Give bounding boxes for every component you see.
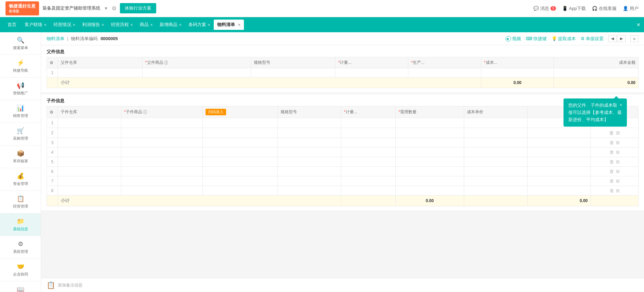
child-row1-unit-cost[interactable]: [464, 118, 527, 128]
extract-cost-btn[interactable]: 💡 提取成本: [552, 36, 576, 42]
system-dropdown-icon[interactable]: ▼: [104, 6, 108, 11]
close-all-tabs[interactable]: ✕: [633, 17, 644, 32]
sidebar-item-marketing[interactable]: 📢 营销推广: [0, 78, 41, 100]
sidebar-item-quicknav[interactable]: ⚡ 快捷导航: [0, 55, 41, 78]
child-row5-amount[interactable]: [527, 157, 591, 167]
delete-row3-btn[interactable]: 🗑: [609, 140, 614, 145]
child-row3-amount[interactable]: [527, 138, 591, 148]
copy-row4-btn[interactable]: ⊞: [616, 150, 620, 155]
child-row7-unit[interactable]: [341, 176, 396, 186]
tab-product-close[interactable]: ✕: [150, 23, 153, 27]
child-row3-qty[interactable]: [396, 138, 464, 148]
child-row5-unit-cost[interactable]: [464, 157, 527, 167]
child-row2-spec[interactable]: [277, 128, 341, 138]
tab-product[interactable]: 商品 ✕: [136, 20, 156, 30]
child-row1-qty[interactable]: [396, 118, 464, 128]
delete-row8-btn[interactable]: 🗑: [609, 188, 614, 193]
delete-row2-btn[interactable]: 🗑: [609, 130, 614, 136]
tooltip-close-btn[interactable]: ×: [620, 102, 622, 108]
tab-bom[interactable]: 物料清单 ✕: [214, 20, 244, 30]
child-row6-spec[interactable]: [277, 167, 341, 176]
child-row2-unit[interactable]: [341, 128, 396, 138]
tab-operations-close[interactable]: ✕: [73, 23, 75, 27]
shortcut-btn[interactable]: ⌨ 快捷键: [526, 36, 547, 42]
child-row5-warehouse[interactable]: [58, 157, 121, 167]
child-row4-unit-cost[interactable]: [464, 148, 527, 157]
copy-row3-btn[interactable]: ⊞: [616, 140, 620, 145]
user-btn[interactable]: 👤 用户: [623, 5, 639, 12]
child-row2-unit-cost[interactable]: [464, 128, 527, 138]
tab-history[interactable]: 经营历程 ✕: [108, 20, 136, 30]
sidebar-item-sales[interactable]: 📊 销售管理: [0, 100, 41, 123]
parent-col-settings[interactable]: ⚙: [47, 57, 58, 68]
child-row8-unit-cost[interactable]: [464, 186, 527, 196]
tab-customer-close[interactable]: ✕: [44, 23, 47, 27]
child-row2-product[interactable]: [121, 128, 202, 138]
child-row8-scan[interactable]: [202, 186, 277, 196]
bottom-icon[interactable]: 📋: [47, 281, 55, 289]
child-row5-product[interactable]: [121, 157, 202, 167]
child-row8-spec[interactable]: [277, 186, 341, 196]
child-row6-warehouse[interactable]: [58, 167, 121, 176]
child-row8-qty[interactable]: [396, 186, 464, 196]
sidebar-item-search[interactable]: 🔍 搜索菜单: [0, 32, 41, 55]
child-row6-scan[interactable]: [202, 167, 277, 176]
tab-new-product[interactable]: 新增商品 ✕: [156, 20, 185, 30]
child-row8-unit[interactable]: [341, 186, 396, 196]
child-row7-scan[interactable]: [202, 176, 277, 186]
child-row6-amount[interactable]: [527, 167, 591, 176]
tab-customer[interactable]: 客户联络 ✕: [21, 20, 50, 30]
prev-btn[interactable]: ◀: [608, 35, 617, 42]
child-row3-unit-cost[interactable]: [464, 138, 527, 148]
child-row6-product[interactable]: [121, 167, 202, 176]
child-row3-spec[interactable]: [277, 138, 341, 148]
tab-bom-close[interactable]: ✕: [238, 23, 240, 27]
child-row4-product[interactable]: [121, 148, 202, 157]
parent-row1-amount[interactable]: [554, 68, 639, 78]
child-row4-qty[interactable]: [396, 148, 464, 157]
child-row7-unit-cost[interactable]: [464, 176, 527, 186]
sidebar-item-purchase[interactable]: 🛒 采购管理: [0, 123, 41, 145]
child-row4-scan[interactable]: [202, 148, 277, 157]
tab-history-close[interactable]: ✕: [130, 23, 133, 27]
copy-row6-btn[interactable]: ⊞: [616, 169, 620, 174]
child-col-scan[interactable]: 扫码录入: [202, 106, 277, 118]
child-row5-qty[interactable]: [396, 157, 464, 167]
child-row1-warehouse[interactable]: [58, 118, 121, 128]
child-row6-unit-cost[interactable]: [464, 167, 527, 176]
parent-row1-unit[interactable]: [335, 68, 408, 78]
tab-operations[interactable]: 经营情况 ✕: [50, 20, 79, 30]
copy-row2-btn[interactable]: ⊞: [616, 130, 620, 136]
child-row8-amount[interactable]: [527, 186, 591, 196]
tab-home[interactable]: 首页: [3, 20, 21, 30]
parent-row1-product[interactable]: [142, 68, 251, 78]
child-row5-scan[interactable]: [202, 157, 277, 167]
child-col-settings[interactable]: ⚙: [47, 106, 58, 118]
child-row5-spec[interactable]: [277, 157, 341, 167]
sidebar-item-guide[interactable]: 📖 新手引导: [0, 281, 41, 292]
sidebar-item-management[interactable]: 📋 经营管理: [0, 191, 41, 213]
parent-row1-warehouse[interactable]: [58, 68, 143, 78]
child-row6-unit[interactable]: [341, 167, 396, 176]
breadcrumb-parent[interactable]: 物料清单: [47, 36, 64, 42]
delete-row4-btn[interactable]: 🗑: [609, 150, 614, 155]
child-row2-scan[interactable]: [202, 128, 277, 138]
tab-new-product-close[interactable]: ✕: [179, 23, 182, 27]
copy-row7-btn[interactable]: ⊞: [616, 178, 620, 184]
view-video-btn[interactable]: ▶ 视频: [506, 36, 521, 42]
delete-row6-btn[interactable]: 🗑: [609, 169, 614, 174]
tab-profit[interactable]: 利润报告 ✕: [79, 20, 108, 30]
parent-row1-spec[interactable]: [251, 68, 335, 78]
app-download-btn[interactable]: 📱 App下载: [562, 5, 586, 12]
child-row1-scan[interactable]: [202, 118, 277, 128]
copy-row5-btn[interactable]: ⊞: [616, 159, 620, 164]
copy-row8-btn[interactable]: ⊞: [616, 188, 620, 193]
next-btn[interactable]: ▶: [617, 35, 626, 42]
child-row7-spec[interactable]: [277, 176, 341, 186]
scan-input-btn[interactable]: 扫码录入: [206, 109, 226, 115]
child-row7-qty[interactable]: [396, 176, 464, 186]
child-row4-warehouse[interactable]: [58, 148, 121, 157]
child-row3-scan[interactable]: [202, 138, 277, 148]
online-service-btn[interactable]: 🎧 在线客服: [592, 5, 617, 12]
message-btn[interactable]: 💬 消息 5: [533, 5, 556, 12]
